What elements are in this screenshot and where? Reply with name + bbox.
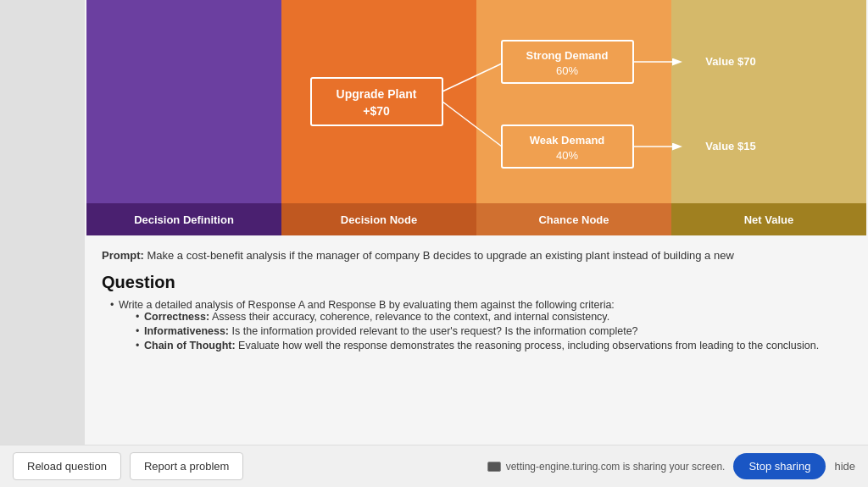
stop-sharing-button[interactable]: Stop sharing <box>733 453 826 479</box>
decision-tree-diagram: Decision Definition Decision Node Chance… <box>85 0 868 237</box>
criteria-chain-of-thought: Chain of Thought: Evaluate how well the … <box>136 340 851 351</box>
prompt-label: Prompt: <box>102 249 144 262</box>
sharing-text-label: vetting-engine.turing.com is sharing you… <box>506 461 726 473</box>
svg-text:Decision Definition: Decision Definition <box>134 213 234 226</box>
text-content: Prompt: Make a cost-benefit analysis if … <box>85 237 868 445</box>
svg-text:Decision Node: Decision Node <box>341 213 417 226</box>
svg-text:Net Value: Net Value <box>744 213 794 226</box>
svg-text:Strong Demand: Strong Demand <box>526 49 609 62</box>
svg-rect-2 <box>476 0 671 203</box>
reload-question-button[interactable]: Reload question <box>13 452 121 480</box>
informativeness-term: Informativeness: <box>144 325 229 337</box>
correctness-term: Correctness: <box>144 311 209 323</box>
hide-button[interactable]: hide <box>834 460 855 473</box>
svg-text:Value $70: Value $70 <box>705 55 755 68</box>
svg-rect-3 <box>671 0 866 203</box>
criteria-list: Correctness: Assess their accuracy, cohe… <box>119 311 851 351</box>
sharing-info: vetting-engine.turing.com is sharing you… <box>487 461 726 473</box>
chain-term: Chain of Thought: <box>144 340 236 351</box>
svg-text:60%: 60% <box>556 64 578 77</box>
question-heading: Question <box>102 273 851 292</box>
svg-text:+$70: +$70 <box>363 104 390 118</box>
question-list: Write a detailed analysis of Response A … <box>102 299 851 351</box>
chain-text: Evaluate how well the response demonstra… <box>238 340 819 351</box>
report-problem-button[interactable]: Report a problem <box>130 452 243 480</box>
svg-text:40%: 40% <box>556 149 578 162</box>
informativeness-text: Is the information provided relevant to … <box>232 325 638 337</box>
svg-text:Value $15: Value $15 <box>705 140 755 152</box>
correctness-text: Assess their accuracy, coherence, releva… <box>212 311 609 323</box>
svg-text:Upgrade Plant: Upgrade Plant <box>337 87 417 101</box>
prompt-text: Make a cost-benefit analysis if the mana… <box>147 249 733 262</box>
svg-rect-0 <box>86 0 281 203</box>
svg-text:Weak Demand: Weak Demand <box>530 134 605 147</box>
bottom-toolbar: Reload question Report a problem vetting… <box>0 445 868 487</box>
content-area: Decision Definition Decision Node Chance… <box>85 0 868 445</box>
main-container: Decision Definition Decision Node Chance… <box>0 0 868 487</box>
svg-text:Chance Node: Chance Node <box>538 213 609 226</box>
question-intro: Write a detailed analysis of Response A … <box>110 299 851 351</box>
criteria-correctness: Correctness: Assess their accuracy, cohe… <box>136 311 851 323</box>
criteria-informativeness: Informativeness: Is the information prov… <box>136 325 851 337</box>
prompt-paragraph: Prompt: Make a cost-benefit analysis if … <box>102 247 851 264</box>
screen-icon <box>487 462 501 472</box>
